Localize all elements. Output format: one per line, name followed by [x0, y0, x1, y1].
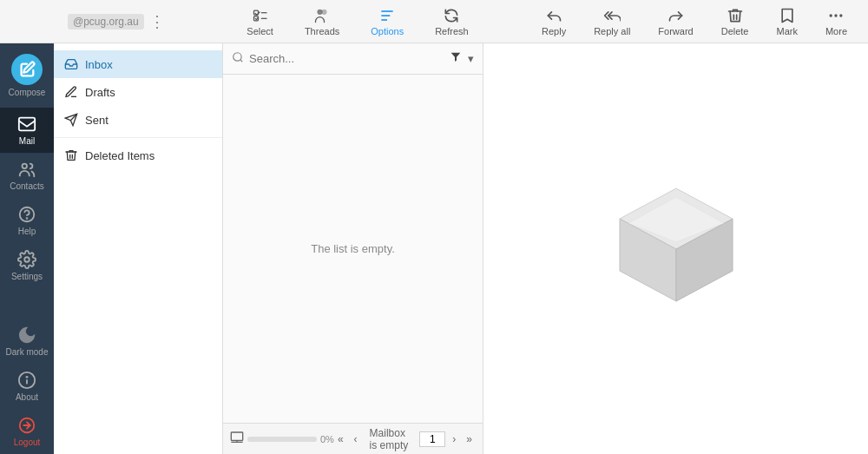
sidebar-item-mail[interactable]: Mail	[0, 108, 54, 153]
more-label: More	[825, 26, 847, 36]
select-label: Select	[247, 26, 273, 36]
svg-point-9	[830, 14, 832, 16]
top-toolbar: @pcug.org.au ⋮ Select Threads	[0, 0, 868, 43]
reply-all-button[interactable]: Reply all	[587, 3, 637, 40]
page-number-input[interactable]	[419, 431, 445, 447]
about-label: About	[16, 392, 38, 402]
forward-button[interactable]: Forward	[651, 3, 700, 40]
svg-point-10	[835, 14, 838, 16]
filter-dropdown-icon[interactable]: ▾	[468, 52, 474, 65]
prev-page-button[interactable]: ‹	[351, 431, 361, 447]
delete-label: Delete	[721, 26, 749, 36]
reply-button[interactable]: Reply	[535, 3, 573, 40]
message-list-panel: ▾ The list is empty.	[223, 43, 483, 454]
inbox-label: Inbox	[85, 58, 113, 71]
deleted-label: Deleted Items	[85, 149, 155, 162]
settings-label: Settings	[11, 272, 43, 281]
sidebar-item-about[interactable]: About	[0, 364, 54, 409]
delete-button[interactable]: Delete	[714, 3, 756, 40]
pagination-right: « ‹ Mailbox is empty › »	[334, 427, 476, 451]
drafts-label: Drafts	[85, 86, 115, 99]
sidebar-item-settings[interactable]: Settings	[0, 243, 54, 288]
empty-state-illustration	[589, 171, 763, 327]
svg-point-13	[23, 164, 28, 169]
select-button[interactable]: Select	[240, 3, 280, 40]
svg-point-16	[24, 257, 30, 262]
options-button[interactable]: Options	[364, 3, 411, 40]
mark-label: Mark	[776, 26, 797, 36]
svg-rect-12	[19, 118, 35, 131]
svg-point-4	[318, 10, 322, 14]
folder-item-sent[interactable]: Sent	[54, 106, 222, 134]
email-address: @pcug.org.au	[68, 14, 144, 30]
logout-label: Logout	[14, 438, 41, 447]
reply-label: Reply	[542, 26, 566, 36]
svg-point-5	[322, 10, 326, 14]
toolbar-right: Reply Reply all Forward	[535, 3, 861, 40]
svg-point-11	[840, 14, 843, 16]
svg-rect-26	[231, 432, 242, 440]
sidebar-item-help[interactable]: Help	[0, 198, 54, 243]
refresh-button[interactable]: Refresh	[428, 3, 476, 40]
help-label: Help	[18, 227, 36, 236]
reply-all-label: Reply all	[594, 26, 630, 36]
storage-bar	[247, 437, 317, 442]
sidebar: Compose Mail Contacts	[0, 43, 54, 454]
contacts-label: Contacts	[10, 181, 43, 191]
refresh-label: Refresh	[435, 26, 469, 36]
svg-line-25	[240, 60, 243, 63]
search-bar: ▾	[223, 43, 483, 75]
next-page-button[interactable]: ›	[449, 431, 459, 447]
folder-list: Inbox Drafts Sent	[54, 43, 222, 454]
sidebar-item-darkmode[interactable]: Dark mode	[0, 319, 54, 364]
threads-button[interactable]: Threads	[298, 3, 346, 40]
last-page-button[interactable]: »	[463, 431, 476, 447]
empty-pane-illustration	[589, 171, 763, 327]
storage-indicator: 0%	[230, 431, 334, 447]
folder-item-drafts[interactable]: Drafts	[54, 78, 222, 106]
email-filter-icon[interactable]	[449, 50, 463, 67]
folder-item-deleted[interactable]: Deleted Items	[54, 141, 222, 169]
account-more-button[interactable]: ⋮	[149, 12, 165, 31]
folder-divider	[54, 137, 222, 138]
email-display-area: @pcug.org.au ⋮	[7, 12, 181, 31]
more-button[interactable]: More	[819, 3, 854, 40]
storage-icon	[230, 431, 244, 447]
main-area: Compose Mail Contacts	[0, 43, 868, 454]
svg-point-24	[233, 53, 241, 61]
sidebar-item-logout[interactable]: Logout	[0, 409, 54, 454]
darkmode-label: Dark mode	[6, 347, 49, 357]
message-pagination: 0% « ‹ Mailbox is empty › »	[223, 423, 483, 454]
toolbar-center: Select Threads Options Refresh	[181, 3, 535, 40]
empty-list-text: The list is empty.	[311, 242, 395, 255]
forward-label: Forward	[658, 26, 693, 36]
folder-item-inbox[interactable]: Inbox	[54, 50, 222, 78]
sidebar-item-compose[interactable]: Compose	[0, 47, 54, 104]
compose-label: Compose	[9, 88, 46, 97]
first-page-button[interactable]: «	[334, 431, 347, 447]
mark-button[interactable]: Mark	[769, 3, 804, 40]
sidebar-bottom: Dark mode About Logout	[0, 319, 54, 454]
threads-label: Threads	[305, 26, 339, 36]
mailbox-status: Mailbox is empty	[370, 427, 411, 451]
search-input[interactable]	[249, 52, 444, 65]
options-label: Options	[371, 26, 404, 36]
folder-panel: Inbox Drafts Sent	[54, 43, 223, 454]
compose-icon	[11, 54, 43, 85]
storage-percentage: 0%	[320, 434, 334, 444]
svg-point-15	[27, 218, 28, 219]
search-icon	[232, 51, 244, 66]
mail-label: Mail	[19, 136, 35, 146]
sidebar-item-contacts[interactable]: Contacts	[0, 153, 54, 198]
message-empty: The list is empty.	[223, 75, 483, 423]
reading-pane	[483, 43, 868, 454]
sent-label: Sent	[85, 114, 108, 127]
pagination-left: 0%	[230, 431, 334, 447]
